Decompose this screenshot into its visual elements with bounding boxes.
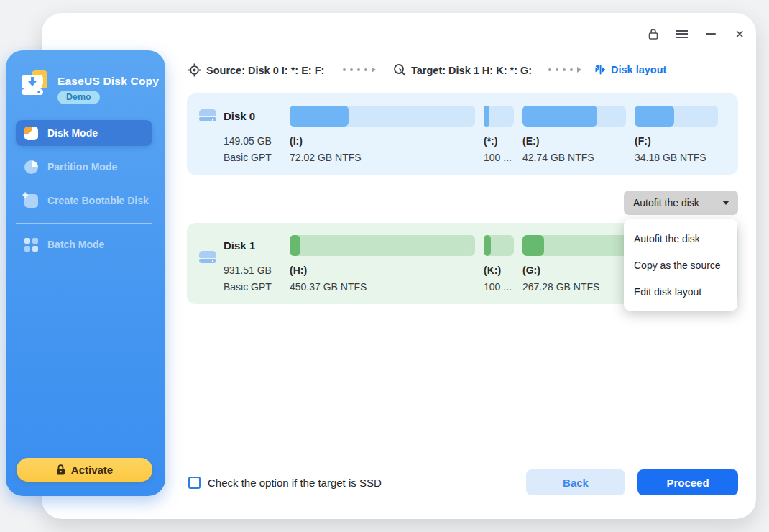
disk-drive-icon — [199, 251, 216, 263]
source-disk-type: Basic GPT — [224, 152, 272, 163]
target-disk-name: Disk 1 — [224, 239, 255, 252]
license-lock-button[interactable] — [645, 26, 661, 42]
source-step-icon — [188, 63, 201, 80]
partition-bar[interactable] — [290, 106, 475, 127]
menu-item-edit-disk-layout[interactable]: Edit disk layout — [624, 278, 737, 305]
partition-info: 100 ... — [484, 152, 512, 163]
layout-mode-dropdown[interactable]: Autofit the disk — [624, 191, 738, 215]
sidebar-item-batch-mode[interactable]: Batch Mode — [16, 231, 152, 257]
target-disk-type: Basic GPT — [224, 281, 272, 293]
partition-info: 72.02 GB NTFS — [290, 152, 362, 163]
partition-info: 267.28 GB NTFS — [522, 281, 599, 293]
disk-layout-step[interactable]: Disk layout — [595, 64, 666, 75]
partition-label: (*:) — [484, 135, 497, 147]
partition-bar[interactable] — [484, 235, 514, 256]
ssd-checkbox[interactable] — [188, 477, 201, 489]
minimize-icon — [706, 33, 716, 35]
menu-item-copy-as-source[interactable]: Copy as the source — [624, 252, 737, 278]
partition-info: 34.18 GB NTFS — [635, 152, 706, 163]
minimize-button[interactable] — [703, 26, 719, 42]
main-menu-button[interactable] — [674, 26, 690, 42]
flow-arrow-dots — [548, 67, 581, 73]
disk-layout-label: Disk layout — [611, 64, 666, 75]
partition-label: (E:) — [522, 135, 539, 147]
ssd-checkbox-label: Check the option if the target is SSD — [208, 477, 382, 489]
source-disk-name: Disk 0 — [224, 110, 255, 122]
sidebar-item-label: Batch Mode — [47, 239, 104, 250]
menu-item-autofit[interactable]: Autofit the disk — [624, 225, 737, 252]
source-partition-map: (I:) 72.02 GB NTFS (*:) 100 ... (E:) 42.… — [290, 106, 721, 170]
disk-layout-icon — [595, 65, 606, 75]
layout-mode-selected: Autofit the disk — [633, 197, 699, 208]
partition-bar[interactable] — [484, 106, 514, 127]
source-summary: Source: Disk 0 I: *: E: F: — [206, 65, 324, 76]
partition-label: (K:) — [484, 265, 501, 276]
partition-label: (G:) — [522, 265, 540, 276]
partition-label: (I:) — [290, 135, 303, 147]
partition-info: 450.37 GB NTFS — [290, 281, 367, 293]
activate-label: Activate — [71, 464, 113, 476]
target-summary: Target: Disk 1 H: K: *: G: — [411, 65, 532, 76]
sidebar-item-create-bootable-disk[interactable]: Create Bootable Disk — [16, 188, 152, 214]
flow-arrow-dots — [343, 67, 376, 73]
partition-mode-icon — [24, 160, 38, 174]
disk-mode-icon — [24, 127, 38, 140]
sidebar-divider — [16, 223, 152, 224]
hamburger-menu-icon — [676, 30, 688, 38]
close-icon: × — [735, 27, 744, 41]
close-button[interactable]: × — [732, 26, 747, 42]
back-button[interactable]: Back — [526, 469, 625, 495]
layout-mode-menu: Autofit the disk Copy as the source Edit… — [624, 219, 737, 311]
partition-info: 42.74 GB NTFS — [522, 152, 594, 163]
proceed-button[interactable]: Proceed — [637, 469, 738, 495]
sidebar — [6, 50, 165, 496]
partition-info: 100 ... — [484, 281, 512, 293]
sidebar-item-label: Create Bootable Disk — [47, 195, 149, 206]
activate-lock-icon — [56, 464, 65, 475]
partition-bar[interactable] — [522, 106, 626, 127]
sidebar-item-label: Disk Mode — [47, 127, 98, 139]
create-bootable-disk-icon — [24, 194, 38, 208]
sidebar-item-disk-mode[interactable]: Disk Mode — [16, 120, 152, 146]
batch-mode-icon — [24, 238, 38, 252]
activate-button[interactable]: Activate — [17, 458, 152, 482]
partition-label: (H:) — [290, 265, 307, 276]
chevron-down-icon — [722, 201, 729, 205]
demo-badge: Demo — [57, 91, 100, 104]
disk-copy-logo-icon — [20, 69, 52, 99]
source-disk-size: 149.05 GB — [224, 135, 272, 147]
partition-bar[interactable] — [290, 235, 475, 256]
partition-bar[interactable] — [635, 106, 718, 127]
target-disk-size: 931.51 GB — [224, 265, 272, 276]
sidebar-item-partition-mode[interactable]: Partition Mode — [16, 154, 152, 180]
partition-label: (F:) — [635, 135, 651, 147]
app-logo — [20, 69, 52, 99]
target-step-icon — [393, 63, 407, 80]
sidebar-item-label: Partition Mode — [47, 161, 117, 173]
lock-icon — [648, 28, 659, 40]
disk-drive-icon — [199, 109, 216, 121]
